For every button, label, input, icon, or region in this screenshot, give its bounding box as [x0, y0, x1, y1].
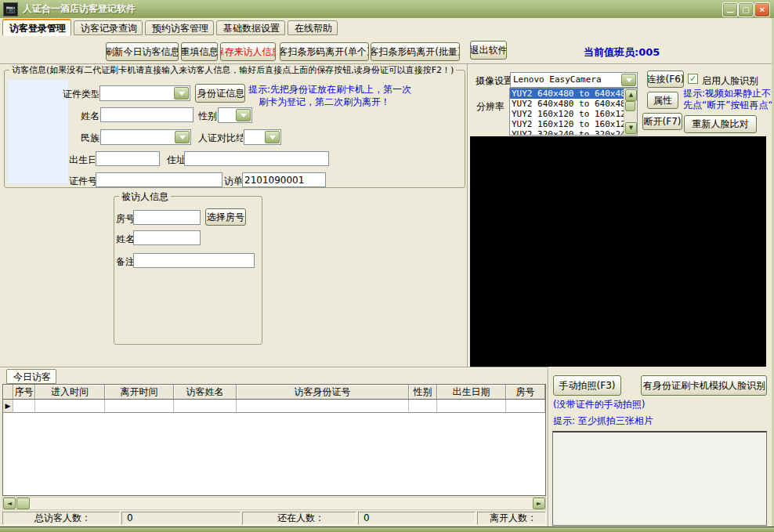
col-header-birth[interactable]: 出生日期: [437, 385, 506, 400]
table-cell: [174, 400, 237, 413]
resolution-option[interactable]: YUY2 640x480 to 640x480: [510, 99, 637, 109]
birth-date-input[interactable]: [96, 151, 160, 166]
cert-number-label: 证件号码: [69, 175, 96, 188]
simulate-face-recognition-button[interactable]: 有身份证刷卡机模拟人脸识别: [641, 375, 767, 396]
today-visitors-table[interactable]: 序号 进入时间 离开时间 访客姓名 访客身份证号 性别 出生日期 房号 ▶: [2, 384, 546, 496]
face-recognition-checkbox[interactable]: ✓: [688, 74, 698, 84]
address-input[interactable]: [184, 151, 329, 166]
tab-label: 访客记录查询: [81, 23, 137, 34]
scrollbar-thumb[interactable]: [625, 101, 635, 111]
resolution-scrollbar[interactable]: ▲ ▼: [624, 89, 637, 135]
col-header-entry[interactable]: 进入时间: [35, 385, 105, 400]
table-cell: [13, 400, 35, 413]
name-label: 姓名: [81, 110, 99, 123]
check-icon: ✓: [689, 74, 696, 84]
chevron-down-icon[interactable]: [174, 87, 189, 100]
tab-visitor-records[interactable]: 访客记录查询: [74, 20, 143, 35]
app-window: 📷 人证合一酒店访客登记软件 — ▢ ✕ 访客登录管理 访客记录查询 预约访客管…: [0, 0, 774, 532]
scroll-right-icon[interactable]: ►: [533, 498, 545, 509]
tab-online-help[interactable]: 在线帮助: [288, 20, 338, 35]
tab-visitor-register[interactable]: 访客登录管理: [2, 19, 71, 36]
scroll-down-icon[interactable]: ▼: [625, 122, 637, 134]
visit-number-input[interactable]: [242, 172, 326, 187]
table-row[interactable]: ▶: [3, 400, 545, 413]
resolution-label: 分辨率: [476, 100, 505, 114]
visited-name-input[interactable]: [133, 230, 201, 245]
tab-base-settings[interactable]: 基础数据设置: [216, 20, 285, 35]
camera-properties-button[interactable]: 属性: [647, 92, 678, 109]
cert-type-select[interactable]: [99, 85, 190, 101]
tab-reservations[interactable]: 预约访客管理: [145, 20, 214, 35]
manual-capture-button[interactable]: 手动拍照(F3): [553, 375, 621, 396]
camera-video-feed: [470, 136, 766, 367]
captured-photos-panel: [552, 431, 767, 526]
cert-type-label: 证件类型: [63, 88, 99, 101]
total-visitors-value: 0: [121, 512, 241, 525]
face-recompare-button[interactable]: 重新人脸比对: [684, 115, 757, 133]
id-card-hint-line1: 提示:先把身份证放在刷卡机上，第一次: [248, 83, 452, 96]
resolution-listbox[interactable]: YUY2 640x480 to 640x480 YUY2 640x480 to …: [509, 88, 638, 136]
scroll-left-icon[interactable]: ◄: [3, 498, 16, 509]
gender-select[interactable]: [218, 107, 252, 123]
resolution-option-selected[interactable]: YUY2 640x480 to 640x480: [510, 89, 637, 99]
cert-number-input[interactable]: [96, 172, 222, 187]
camera-device-select[interactable]: Lenovo EasyCamera: [510, 72, 638, 88]
choose-room-button[interactable]: 选择房号: [205, 208, 246, 226]
face-compare-result-label: 人证对比结果: [198, 132, 243, 145]
col-header-name[interactable]: 访客姓名: [174, 385, 237, 400]
room-number-input[interactable]: [133, 210, 201, 225]
duty-officer-label: 当前值班员:005: [584, 45, 660, 60]
table-cell: [35, 400, 105, 413]
col-header-seq[interactable]: 序号: [13, 385, 35, 400]
table-cell: [506, 400, 545, 413]
col-header-room[interactable]: 房号: [506, 385, 545, 400]
barcode-leave-batch-button[interactable]: 客扫条形码离开(批量): [371, 42, 460, 61]
scrollbar-thumb[interactable]: [16, 498, 30, 509]
name-input[interactable]: [100, 107, 194, 122]
remark-input[interactable]: [133, 253, 255, 268]
resolution-option[interactable]: YUY2 160x120 to 160x120: [510, 109, 637, 119]
resolution-option[interactable]: YUY2 160x120 to 160x120: [510, 119, 637, 129]
save-visitor-button[interactable]: 保存来访人信息: [220, 42, 276, 61]
col-header-leave[interactable]: 离开时间: [105, 385, 174, 400]
maximize-button[interactable]: ▢: [738, 2, 754, 17]
minimize-icon: —: [726, 8, 734, 16]
chevron-down-icon[interactable]: [621, 74, 636, 86]
present-count-label: 还在人数 :: [242, 512, 356, 525]
table-horizontal-scrollbar[interactable]: ◄ ►: [2, 497, 546, 510]
remark-label: 备注: [116, 255, 135, 269]
current-row-marker-icon: ▶: [3, 400, 13, 413]
capture-panel-divider: [548, 368, 549, 527]
face-compare-result-select[interactable]: [244, 129, 281, 145]
window-title: 人证合一酒店访客登记软件: [23, 2, 136, 16]
camera-device-value: Lenovo EasyCamera: [513, 74, 622, 85]
visited-person-group-title: 被访人信息: [119, 190, 171, 204]
ethnicity-select[interactable]: [100, 129, 191, 145]
minimize-button[interactable]: —: [722, 2, 738, 17]
table-cell: [237, 400, 409, 413]
chevron-down-icon[interactable]: [265, 131, 280, 143]
tab-today-visitors[interactable]: 今日访客: [6, 369, 56, 384]
birth-date-label: 出生日期: [69, 154, 95, 167]
panel-divider: [467, 64, 468, 368]
refresh-today-visitors-button[interactable]: 刷新今日访客信息: [106, 42, 179, 61]
tab-label: 预约访客管理: [152, 23, 208, 34]
camera-settings-label: 摄像设置: [476, 74, 510, 88]
camera-connect-button[interactable]: 连接(F6): [647, 71, 684, 88]
scroll-up-icon[interactable]: ▲: [625, 89, 637, 101]
manual-capture-note: (没带证件的手动拍照): [553, 398, 767, 411]
app-camera-icon: 📷: [3, 2, 18, 16]
resolution-option[interactable]: YUY2 320x240 to 320x240: [510, 129, 637, 136]
col-header-idcard[interactable]: 访客身份证号: [237, 385, 409, 400]
camera-disconnect-button[interactable]: 断开(F7): [642, 113, 682, 130]
exit-button[interactable]: 退出软件: [470, 41, 507, 60]
close-button[interactable]: ✕: [754, 2, 770, 17]
table-header-row: 序号 进入时间 离开时间 访客姓名 访客身份证号 性别 出生日期 房号: [3, 385, 545, 400]
read-id-card-button[interactable]: 身份证信息(F2): [195, 84, 245, 103]
barcode-leave-single-button[interactable]: 客扫条形码离开(单个): [280, 42, 369, 61]
tab-label: 访客登录管理: [9, 23, 66, 34]
chevron-down-icon[interactable]: [175, 131, 190, 143]
refill-info-button[interactable]: 重填信息: [181, 42, 218, 61]
chevron-down-icon[interactable]: [236, 109, 251, 121]
col-header-gender[interactable]: 性别: [409, 385, 437, 400]
